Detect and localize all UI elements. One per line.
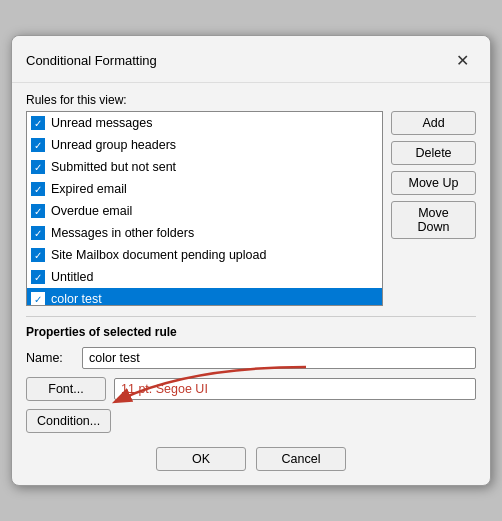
add-button[interactable]: Add xyxy=(391,111,476,135)
checkbox-icon: ✓ xyxy=(31,270,45,284)
rules-list: ✓ Unread messages ✓ Unread group headers… xyxy=(27,112,382,306)
rule-label: Expired email xyxy=(51,182,127,196)
dialog-title: Conditional Formatting xyxy=(26,53,157,68)
condition-button[interactable]: Condition... xyxy=(26,409,111,433)
delete-button[interactable]: Delete xyxy=(391,141,476,165)
list-item[interactable]: ✓ Unread group headers xyxy=(27,134,382,156)
name-label: Name: xyxy=(26,351,74,365)
checkbox-icon: ✓ xyxy=(31,160,45,174)
rules-list-container[interactable]: ✓ Unread messages ✓ Unread group headers… xyxy=(26,111,383,306)
close-button[interactable]: ✕ xyxy=(448,46,476,74)
list-item[interactable]: ✓ Submitted but not sent xyxy=(27,156,382,178)
list-item[interactable]: ✓ Unread messages xyxy=(27,112,382,134)
bottom-buttons: OK Cancel xyxy=(26,447,476,471)
rule-label: color test xyxy=(51,292,102,306)
side-buttons: Add Delete Move Up Move Down xyxy=(391,111,476,306)
separator xyxy=(26,316,476,317)
ok-button[interactable]: OK xyxy=(156,447,246,471)
dialog-content: Rules for this view: ✓ Unread messages ✓… xyxy=(12,83,490,485)
checkbox-icon: ✓ xyxy=(31,116,45,130)
move-up-button[interactable]: Move Up xyxy=(391,171,476,195)
checkbox-icon: ✓ xyxy=(31,182,45,196)
rule-label: Overdue email xyxy=(51,204,132,218)
condition-row: Condition... xyxy=(26,409,476,433)
name-row: Name: xyxy=(26,347,476,369)
rules-section-label: Rules for this view: xyxy=(26,93,476,107)
cancel-button[interactable]: Cancel xyxy=(256,447,346,471)
list-item[interactable]: ✓ Messages in other folders xyxy=(27,222,382,244)
checkbox-icon: ✓ xyxy=(31,226,45,240)
checkbox-icon: ✓ xyxy=(31,292,45,306)
properties-section: Properties of selected rule Name: Font..… xyxy=(26,325,476,433)
list-item-selected[interactable]: ✓ color test xyxy=(27,288,382,306)
rule-label: Submitted but not sent xyxy=(51,160,176,174)
properties-label: Properties of selected rule xyxy=(26,325,476,339)
font-button[interactable]: Font... xyxy=(26,377,106,401)
move-down-button[interactable]: Move Down xyxy=(391,201,476,239)
conditional-formatting-dialog: Conditional Formatting ✕ Rules for this … xyxy=(11,35,491,486)
checkbox-icon: ✓ xyxy=(31,138,45,152)
rule-label: Unread group headers xyxy=(51,138,176,152)
font-preview: 11 pt. Segoe UI xyxy=(114,378,476,400)
rule-label: Messages in other folders xyxy=(51,226,194,240)
rule-label: Untitled xyxy=(51,270,93,284)
checkbox-icon: ✓ xyxy=(31,204,45,218)
title-bar: Conditional Formatting ✕ xyxy=(12,36,490,83)
checkbox-icon: ✓ xyxy=(31,248,45,262)
font-row: Font... 11 pt. Segoe UI xyxy=(26,377,476,401)
list-item[interactable]: ✓ Expired email xyxy=(27,178,382,200)
name-input[interactable] xyxy=(82,347,476,369)
list-item[interactable]: ✓ Overdue email xyxy=(27,200,382,222)
rules-area: ✓ Unread messages ✓ Unread group headers… xyxy=(26,111,476,306)
list-item[interactable]: ✓ Untitled xyxy=(27,266,382,288)
list-item[interactable]: ✓ Site Mailbox document pending upload xyxy=(27,244,382,266)
rule-label: Unread messages xyxy=(51,116,152,130)
rule-label: Site Mailbox document pending upload xyxy=(51,248,266,262)
